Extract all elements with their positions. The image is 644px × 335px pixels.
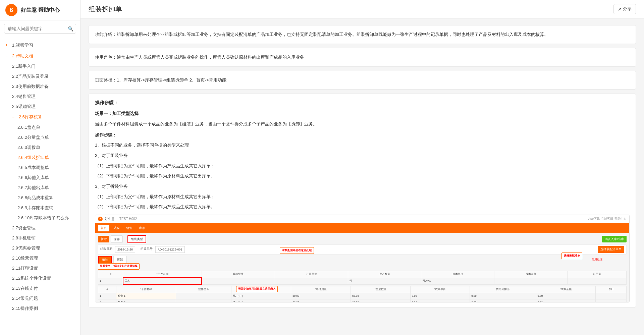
sidebar-item-2-6[interactable]: − 2.6库存核算 2.6.1盘点单 2.6.2分量盘点单 2.6.3调拨单 2… [0, 112, 80, 223]
intro-text-1: 功能介绍：组装拆卸单用来处理企业组装或拆卸等加工业务，支持有固定装配清单的产品加… [95, 32, 548, 37]
sidebar-item-2-4[interactable]: 2.4销售管理 [0, 92, 80, 102]
ops-steps-title: 操作步骤： [95, 131, 630, 139]
sidebar-item-2-6-10[interactable]: 2.6.10库存账本错了怎么办 [0, 213, 80, 223]
sidebar-item-2-1[interactable]: 2.1新手入门 [0, 61, 80, 71]
plus-icon: + [5, 43, 10, 48]
mock-new-btn: 新增 [98, 236, 109, 242]
sidebar-header: 6 好生意 帮助中心 [0, 0, 80, 20]
ltd2-2: 粮食 2 [116, 299, 176, 302]
sidebar-item-2-8[interactable]: 2.8手机旺铺 [0, 233, 80, 243]
step3-sub1: （1）上部明细为父件明细，最终作为原材料生成其它出库单； [95, 193, 630, 201]
intro-block-1: 功能介绍：组装拆卸单用来处理企业组装或拆卸等加工业务，支持有固定装配清单的产品加… [89, 25, 636, 44]
sidebar: 6 好生意 帮助中心 🔍 + 1.视频学习 − 2.帮助文档 2.1新手入门 2… [0, 0, 80, 335]
sidebar-item-2-5[interactable]: 2.5采购管理 [0, 102, 80, 112]
logo-text: 好生意 帮助中心 [21, 7, 60, 14]
sidebar-item-2-15[interactable]: 2.15操作案例 [0, 303, 80, 314]
sidebar-item-2-2[interactable]: 2.2产品安装及登录 [0, 71, 80, 81]
logo-icon: 6 [5, 4, 17, 16]
sidebar-item-2-10[interactable]: 2.10经营管理 [0, 253, 80, 263]
th-cost: 成本单价 [421, 271, 494, 278]
sidebar-item-2-6-3[interactable]: 2.6.3调拨单 [0, 143, 80, 153]
ltd2-9: 0.00 [536, 299, 596, 302]
sidebar-item-2-6-8[interactable]: 2.6.8商品成本重算 [0, 193, 80, 203]
intro-block-2: 使用角色：通常由生产人员或库管人员完成拆装业务的操作，库管人员确认原材料的出库和… [89, 48, 636, 67]
sidebar-item-2-6-4[interactable]: 2.6.4组装拆卸单 [0, 153, 80, 163]
step2-sub2: （2）下部明细为子件明细，最终作为原材料生成其它出库单。 [95, 172, 630, 180]
th-name: *父件名称 [123, 271, 202, 278]
mock-nav-purchase: 采购 [111, 225, 122, 231]
lth-9: *成本金额 [536, 286, 596, 293]
td-1-unit [275, 278, 348, 284]
mock-confirm-btn: 确认入库/出库 [602, 236, 627, 242]
sidebar-item-2-6-label: 2.6库存核算 [19, 114, 42, 120]
mock-lower-table: # *子件名称 规格型号 *计量单位 *单件用量 *生成数量 *成本单价 费用分… [98, 286, 627, 302]
ltd2-6: 60.00 [351, 299, 410, 302]
ltd-4: 件/（÷+） [231, 293, 291, 299]
mock-no-label: 组装单号 [141, 246, 153, 253]
sidebar-item-2-6-1[interactable]: 2.6.1盘点单 [0, 122, 80, 132]
screenshot-image: 6 好生意 TEST-H002 App下载 在线客服 帮助中心 首页 采购 [95, 215, 629, 302]
mock-type-dropdown: 组装类型 [127, 235, 146, 243]
sidebar-item-2-7[interactable]: 2.7资金管理 [0, 223, 80, 233]
lth-7: *成本单价 [410, 286, 470, 293]
th-qty: 计量单位 [275, 271, 348, 278]
docs-submenu: 2.1新手入门 2.2产品安装及登录 2.3使用前数据准备 2.4销售管理 2.… [0, 61, 80, 314]
mock-table-header: # *父件名称 规格型号 计量单位 生产数量 成本单价 成本金额 可用量 [98, 271, 627, 278]
ltd-9: 0.00 [536, 293, 596, 299]
mock-version: TEST-H002 [119, 216, 137, 222]
screenshot-container: 6 好生意 TEST-H002 App下载 在线客服 帮助中心 首页 采购 [95, 215, 630, 302]
sidebar-item-2-13[interactable]: 2.13在线支付 [0, 283, 80, 293]
mock-tab-assemble: 组装 [98, 256, 112, 264]
td-1-spec [202, 278, 275, 284]
th-count: 生产数量 [348, 271, 421, 278]
th-avail: 可用量 [568, 271, 627, 278]
sidebar-item-2-3[interactable]: 2.3使用前数据准备 [0, 81, 80, 92]
sidebar-item-video[interactable]: + 1.视频学习 [0, 40, 80, 51]
sidebar-item-2-6-7[interactable]: 2.6.7其他出库单 [0, 183, 80, 193]
ops-title: 操作步骤： [95, 99, 630, 107]
mock-nav-stock: 库存 [136, 225, 148, 231]
mock-save-btn: 保存 [111, 235, 123, 243]
td-1-no: 1 [98, 278, 123, 284]
ltd2-8: 0.00 [470, 299, 536, 302]
sidebar-item-2-6-2[interactable]: 2.6.2分量盘点单 [0, 132, 80, 143]
sidebar-item-2-14[interactable]: 2.14常见问题 [0, 293, 80, 303]
intro-block-3: 页面路径：1、库存核算->库存管理->组装拆卸单 2、首页->常用功能 [89, 71, 636, 90]
mock-topbar: 6 好生意 TEST-H002 App下载 在线客服 帮助中心 [95, 215, 629, 223]
search-button[interactable]: 🔍 [68, 26, 73, 32]
mock-upper-table: # *父件名称 规格型号 计量单位 生产数量 成本单价 成本金额 可用量 [98, 271, 627, 285]
mock-no-value: AD-20191226-001 [155, 246, 185, 253]
th-spec: 规格型号 [202, 271, 275, 278]
search-box[interactable]: 🔍 [0, 20, 80, 37]
mock-type-tabs: 组装 拆卸 组装业务、拆卸业务在这里切换 [98, 256, 627, 264]
scene1-desc: 当由多个子件材料组装成一个成品的业务为【组装】业务，当由一个父件拆分成多个子产品… [95, 120, 630, 128]
ltd2-4: 件/（÷+） [231, 299, 291, 302]
ltd-2: 粮食 1 [116, 293, 176, 299]
sidebar-item-2-6-5[interactable]: 2.6.5成本调整单 [0, 163, 80, 173]
mock-logo: 6 [98, 217, 103, 221]
lth-8: 费用分摊比 [470, 286, 536, 293]
mock-date-label: 组装日期 [100, 246, 112, 253]
mock-topbar-right: App下载 在线客服 帮助中心 [588, 216, 627, 221]
intro-text-2: 使用角色：通常由生产人员或库管人员完成拆装业务的操作，库管人员确认原材料的出库和… [95, 55, 304, 60]
search-input[interactable] [4, 24, 76, 34]
ltd-3 [176, 293, 231, 299]
sidebar-item-2-6-6[interactable]: 2.6.6其他入库单 [0, 173, 80, 183]
annotation-no-template: 无固定清单可以组装在这里录入 [236, 286, 278, 292]
sidebar-item-2-9[interactable]: 2.9优惠券管理 [0, 243, 80, 253]
sidebar-item-2-12[interactable]: 2.12系统个性化设置 [0, 273, 80, 283]
submenu-2-6: 2.6.1盘点单 2.6.2分量盘点单 2.6.3调拨单 2.6.4组装拆卸单 … [0, 122, 80, 223]
ltd-8: 0.00 [470, 293, 536, 299]
td-1-qty: 件 [348, 278, 421, 284]
share-button[interactable]: ↗ 分享 [613, 4, 636, 14]
main-header: 组装拆卸单 ↗ 分享 [80, 0, 644, 18]
ltd2-5: 30.00 [291, 299, 351, 302]
content-area: 功能介绍：组装拆卸单用来处理企业组装或拆卸等加工业务，支持有固定装配清单的产品加… [80, 18, 644, 335]
sidebar-item-docs[interactable]: − 2.帮助文档 2.1新手入门 2.2产品安装及登录 2.3使用前数据准备 2… [0, 51, 80, 314]
lth-6: *生成数量 [351, 286, 410, 293]
mock-help-label: 在线客服 [601, 216, 613, 221]
sidebar-item-2-11[interactable]: 2.11打印设置 [0, 263, 80, 273]
sidebar-item-2-6-9[interactable]: 2.6.9库存账本查询 [0, 203, 80, 213]
lth-2: *子件名称 [116, 286, 176, 293]
mock-sub-table-area: # *子件名称 规格型号 *计量单位 *单件用量 *生成数量 *成本单价 费用分… [98, 286, 627, 302]
